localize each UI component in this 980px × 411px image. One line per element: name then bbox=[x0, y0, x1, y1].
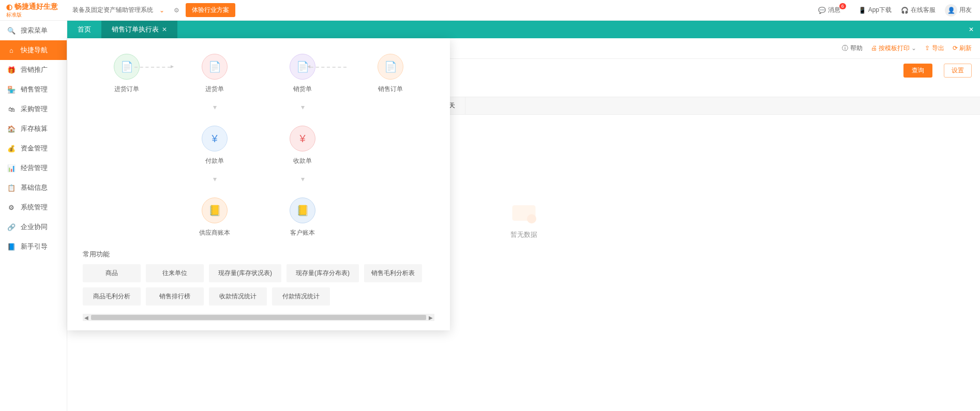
common-btn-partner[interactable]: 往来单位 bbox=[146, 264, 204, 282]
receive-icon: ¥ bbox=[290, 126, 315, 151]
sidebar-item-label: 采购管理 bbox=[21, 104, 48, 114]
bag-icon: 🛍 bbox=[7, 105, 16, 113]
doc-icon: 📄 bbox=[202, 54, 228, 80]
tab-home[interactable]: 首页 bbox=[67, 21, 101, 38]
chevron-down-icon: ⌄ bbox=[159, 7, 164, 14]
message-icon: 💬 bbox=[818, 7, 826, 14]
export-button[interactable]: ⇪ 导出 bbox=[925, 44, 944, 53]
tabbar: 首页 销售订单执行表 ✕ ✕ bbox=[67, 21, 980, 38]
sidebar-item-label: 新手引导 bbox=[21, 242, 48, 251]
flow-receipt[interactable]: ¥收款单 bbox=[264, 126, 341, 165]
try-plan-button[interactable]: 体验行业方案 bbox=[186, 3, 235, 17]
common-btn-sales-profit[interactable]: 销售毛利分析表 bbox=[364, 264, 422, 282]
messages-label: 消息 bbox=[828, 6, 840, 14]
sidebar-item-purchase[interactable]: 🛍采购管理 bbox=[0, 99, 67, 119]
sidebar-item-operation[interactable]: 📊经营管理 bbox=[0, 158, 67, 178]
sidebar-item-guide[interactable]: 📘新手引导 bbox=[0, 237, 67, 256]
flow-purchase[interactable]: 📄进货单 bbox=[176, 54, 253, 94]
tab-home-label: 首页 bbox=[78, 25, 91, 34]
flow-label: 进货单 bbox=[205, 85, 224, 94]
arrow-down-icon: ▾ bbox=[213, 175, 217, 183]
link-icon: 🔗 bbox=[7, 223, 16, 231]
sidebar-item-inventory[interactable]: 🏠库存核算 bbox=[0, 119, 67, 139]
sidebar-item-finance[interactable]: 💰资金管理 bbox=[0, 139, 67, 158]
query-button[interactable]: 查询 bbox=[903, 64, 932, 78]
arrow-down-icon: ▾ bbox=[213, 103, 217, 111]
headset-icon: 🎧 bbox=[901, 7, 909, 14]
flow-arrow-icon bbox=[134, 67, 171, 68]
common-btn-receipt-stat[interactable]: 收款情况统计 bbox=[209, 287, 267, 306]
avatar-icon: 👤 bbox=[945, 4, 957, 17]
sidebar-item-label: 销售管理 bbox=[21, 85, 48, 94]
tabs-close-all[interactable]: ✕ bbox=[962, 21, 980, 38]
flow-purchase-order[interactable]: 📄进货订单 bbox=[88, 54, 165, 94]
sidebar-item-label: 企业协同 bbox=[21, 222, 48, 232]
money-icon: 💰 bbox=[7, 145, 16, 153]
logo-icon: ◐ bbox=[6, 3, 12, 11]
flow-supplier-ledger[interactable]: 📒供应商账本 bbox=[176, 197, 253, 237]
tab-sales-order-exec[interactable]: 销售订单执行表 ✕ bbox=[101, 21, 177, 38]
sidebar-item-sales[interactable]: 🏪销售管理 bbox=[0, 80, 67, 99]
system-selector[interactable]: 装备及固定资产辅助管理系统 ⌄ bbox=[67, 6, 170, 14]
cog-icon: ⚙ bbox=[7, 204, 16, 211]
common-btn-product[interactable]: 商品 bbox=[83, 264, 141, 282]
scroll-right-icon[interactable]: ▶ bbox=[427, 315, 434, 321]
flow-row-2: ¥付款单 ¥收款单 bbox=[83, 126, 434, 165]
flow-sales-order[interactable]: 📄销售订单 bbox=[352, 54, 429, 94]
app-download-link[interactable]: 📱 App下载 bbox=[858, 6, 892, 14]
flow-label: 供应商账本 bbox=[199, 229, 230, 237]
user-menu[interactable]: 👤 用友 bbox=[945, 4, 972, 17]
common-btn-sales-rank[interactable]: 销售排行榜 bbox=[146, 287, 204, 306]
warehouse-icon: 🏠 bbox=[7, 125, 16, 133]
chart-icon: 📊 bbox=[7, 164, 16, 172]
common-btn-stock-status[interactable]: 现存量(库存状况表) bbox=[209, 264, 281, 282]
main-area: 首页 销售订单执行表 ✕ ✕ 📄进货订单 📄进货单 📄销货单 📄销售订单 ▾▾ bbox=[67, 21, 980, 411]
sidebar-item-collab[interactable]: 🔗企业协同 bbox=[0, 217, 67, 237]
topbar: ◐畅捷通好生意 标准版 装备及固定资产辅助管理系统 ⌄ ⚙ 体验行业方案 💬 消… bbox=[0, 0, 980, 21]
help-link[interactable]: ⓘ 帮助 bbox=[842, 44, 862, 53]
scroll-left-icon[interactable]: ◀ bbox=[83, 315, 90, 321]
print-template-button[interactable]: 🖨 按模板打印 ⌄ bbox=[871, 44, 917, 53]
flow-sales[interactable]: 📄销货单 bbox=[264, 54, 341, 94]
sidebar-search-label: 搜索菜单 bbox=[21, 26, 48, 35]
sidebar-item-quicknav[interactable]: ⌂快捷导航 bbox=[0, 40, 67, 60]
flow-row-1: 📄进货订单 📄进货单 📄销货单 📄销售订单 bbox=[83, 54, 434, 94]
flow-payment[interactable]: ¥付款单 bbox=[176, 126, 253, 165]
empty-illustration-icon bbox=[503, 197, 545, 229]
flow-label: 进货订单 bbox=[114, 85, 139, 94]
flow-row-3: 📒供应商账本 📒客户账本 bbox=[83, 197, 434, 237]
sidebar-item-label: 库存核算 bbox=[21, 124, 48, 133]
panel-scrollbar[interactable]: ◀ ▶ bbox=[83, 314, 434, 321]
sidebar-item-marketing[interactable]: 🎁营销推广 bbox=[0, 60, 67, 80]
common-btn-product-profit[interactable]: 商品毛利分析 bbox=[83, 287, 141, 306]
sidebar-item-label: 快捷导航 bbox=[21, 45, 48, 55]
sidebar-item-basic[interactable]: 📋基础信息 bbox=[0, 178, 67, 197]
flow-customer-ledger[interactable]: 📒客户账本 bbox=[264, 197, 341, 237]
sidebar-item-label: 基础信息 bbox=[21, 183, 48, 192]
common-btn-stock-dist[interactable]: 现存量(库存分布表) bbox=[287, 264, 359, 282]
service-label: 在线客服 bbox=[911, 6, 936, 14]
sidebar-search[interactable]: 🔍 搜索菜单 bbox=[0, 21, 67, 40]
sidebar-item-label: 经营管理 bbox=[21, 163, 48, 173]
sidebar-item-system[interactable]: ⚙系统管理 bbox=[0, 197, 67, 217]
close-icon[interactable]: ✕ bbox=[162, 26, 167, 33]
online-service-link[interactable]: 🎧 在线客服 bbox=[901, 6, 936, 14]
gift-icon: 🎁 bbox=[7, 66, 16, 74]
common-functions-grid: 商品 往来单位 现存量(库存状况表) 现存量(库存分布表) 销售毛利分析表 商品… bbox=[83, 264, 434, 306]
user-name: 用友 bbox=[959, 6, 972, 14]
messages-link[interactable]: 💬 消息 6 bbox=[818, 6, 849, 14]
shop-icon: 🏪 bbox=[7, 86, 16, 94]
tab-active-label: 销售订单执行表 bbox=[112, 25, 159, 34]
topbar-right: 💬 消息 6 📱 App下载 🎧 在线客服 👤 用友 bbox=[818, 4, 972, 17]
refresh-button[interactable]: ⟳ 刷新 bbox=[953, 44, 972, 53]
app-download-label: App下载 bbox=[868, 6, 892, 14]
settings-button[interactable]: 设置 bbox=[944, 64, 972, 78]
quicknav-panel: 📄进货订单 📄进货单 📄销货单 📄销售订单 ▾▾ ¥付款单 ¥收款单 ▾▾ bbox=[67, 38, 450, 330]
home-icon: ⌂ bbox=[7, 47, 16, 54]
scrollbar-thumb[interactable] bbox=[91, 315, 426, 320]
gear-icon[interactable]: ⚙ bbox=[174, 7, 179, 14]
common-btn-payment-stat[interactable]: 付款情况统计 bbox=[272, 287, 330, 306]
flow-label: 销售订单 bbox=[378, 85, 403, 94]
flow-label: 收款单 bbox=[293, 157, 312, 165]
brand-edition: 标准版 bbox=[6, 11, 22, 19]
